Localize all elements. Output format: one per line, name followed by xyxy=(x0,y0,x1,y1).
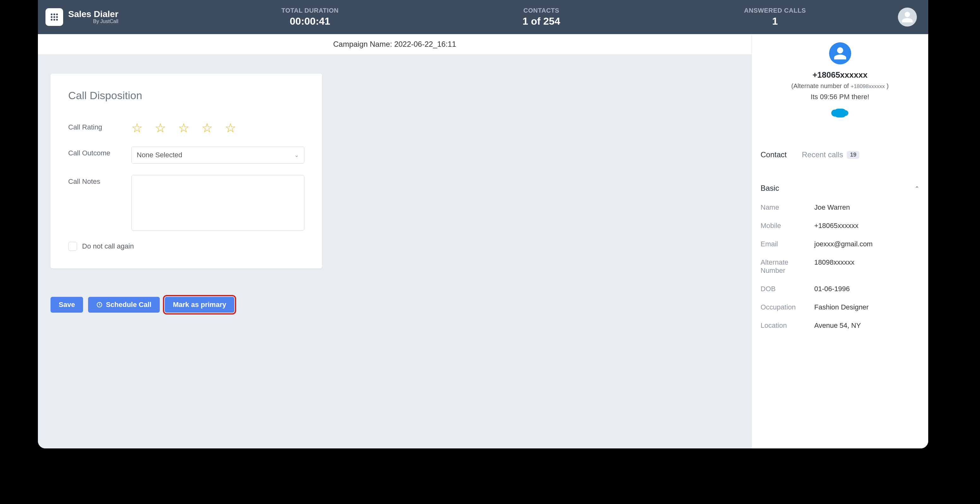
rating-stars: ☆ ☆ ☆ ☆ ☆ xyxy=(131,121,236,135)
dob-value: 01-06-1996 xyxy=(814,285,920,293)
contact-phone: +18065xxxxxx xyxy=(760,70,920,80)
loc-value: Avenue 54, NY xyxy=(814,321,920,330)
dnc-row: Do not call again xyxy=(68,242,304,251)
brand-subtitle: By JustCall xyxy=(68,19,118,24)
main-panel: Campaign Name: 2022-06-22_16:11 Call Dis… xyxy=(38,34,751,448)
svg-point-7 xyxy=(53,19,55,21)
chevron-up-icon: ⌄ xyxy=(915,185,920,192)
info-location: Location Avenue 54, NY xyxy=(760,316,920,335)
card-title: Call Disposition xyxy=(68,89,304,102)
alt-prefix: (Alternate number of xyxy=(791,83,851,89)
contact-local-time: Its 09:56 PM there! xyxy=(760,93,920,101)
salesforce-icon[interactable] xyxy=(760,109,920,119)
info-dob: DOB 01-06-1996 xyxy=(760,280,920,298)
topbar-stats: TOTAL DURATION 00:00:41 CONTACTS 1 of 25… xyxy=(189,7,898,27)
email-label: Email xyxy=(760,240,814,248)
call-disposition-card: Call Disposition Call Rating ☆ ☆ ☆ ☆ ☆ C… xyxy=(51,73,322,269)
rating-label: Call Rating xyxy=(68,121,131,131)
contact-alternate: (Alternate number of +18098xxxxxx ) xyxy=(760,83,920,90)
email-value: joexxx@gmail.com xyxy=(814,240,920,248)
dnc-label: Do not call again xyxy=(82,242,134,250)
campaign-name: 2022-06-22_16:11 xyxy=(395,40,456,48)
schedule-call-button[interactable]: Schedule Call xyxy=(88,297,159,313)
action-buttons: Save Schedule Call Mark as primary xyxy=(51,297,739,313)
dob-label: DOB xyxy=(760,285,814,293)
brand: Sales Dialer By JustCall xyxy=(38,8,189,26)
stat-contacts-label: CONTACTS xyxy=(523,7,560,14)
svg-point-8 xyxy=(56,19,58,21)
svg-point-6 xyxy=(51,19,53,21)
alt-suffix: ) xyxy=(885,83,888,89)
info-mobile: Mobile +18065xxxxxx xyxy=(760,217,920,235)
rating-row: Call Rating ☆ ☆ ☆ ☆ ☆ xyxy=(68,121,304,135)
brand-logo-icon xyxy=(46,8,63,26)
stat-contacts: CONTACTS 1 of 254 xyxy=(522,7,560,27)
user-avatar-button[interactable] xyxy=(898,8,917,27)
svg-point-5 xyxy=(56,16,58,18)
basic-section-label: Basic xyxy=(760,184,779,192)
basic-section-header[interactable]: Basic ⌄ xyxy=(760,184,920,192)
svg-point-3 xyxy=(51,16,53,18)
mobile-label: Mobile xyxy=(760,222,814,230)
occ-value: Fashion Designer xyxy=(814,303,920,312)
alt-value: 18098xxxxxx xyxy=(814,258,920,275)
info-name: Name Joe Warren xyxy=(760,198,920,217)
svg-point-4 xyxy=(53,16,55,18)
svg-point-0 xyxy=(51,14,53,16)
contact-panel: +18065xxxxxx (Alternate number of +18098… xyxy=(751,34,928,448)
notes-row: Call Notes xyxy=(68,175,304,231)
campaign-label: Campaign Name: xyxy=(333,40,394,48)
brand-title: Sales Dialer xyxy=(68,10,118,19)
stat-answered-label: ANSWERED CALLS xyxy=(744,7,806,14)
mark-as-primary-button[interactable]: Mark as primary xyxy=(165,297,235,313)
tab-recent-calls[interactable]: Recent calls 19 xyxy=(802,150,860,162)
star-5[interactable]: ☆ xyxy=(225,121,236,135)
occ-label: Occupation xyxy=(760,303,814,312)
save-button[interactable]: Save xyxy=(51,297,83,313)
svg-point-1 xyxy=(53,14,55,16)
stat-contacts-value: 1 of 254 xyxy=(522,16,560,27)
stat-duration-label: TOTAL DURATION xyxy=(281,7,339,14)
info-email: Email joexxx@gmail.com xyxy=(760,235,920,253)
star-3[interactable]: ☆ xyxy=(178,121,189,135)
info-alt: Alternate Number 18098xxxxxx xyxy=(760,253,920,280)
chevron-down-icon: ⌄ xyxy=(294,151,299,159)
body: Campaign Name: 2022-06-22_16:11 Call Dis… xyxy=(38,34,928,448)
user-icon xyxy=(901,11,914,23)
star-1[interactable]: ☆ xyxy=(131,121,143,135)
loc-label: Location xyxy=(760,321,814,330)
svg-point-2 xyxy=(56,14,58,16)
name-value: Joe Warren xyxy=(814,204,920,211)
tab-contact[interactable]: Contact xyxy=(760,150,787,162)
app-window: Sales Dialer By JustCall TOTAL DURATION … xyxy=(38,0,928,448)
outcome-selected: None Selected xyxy=(137,151,182,159)
alt-number: +18098xxxxxx xyxy=(851,83,885,89)
tab-recent-label: Recent calls xyxy=(802,150,843,159)
notes-label: Call Notes xyxy=(68,175,131,186)
right-tabs: Contact Recent calls 19 xyxy=(760,150,920,162)
outcome-select[interactable]: None Selected ⌄ xyxy=(131,146,304,164)
outcome-row: Call Outcome None Selected ⌄ xyxy=(68,146,304,164)
info-occupation: Occupation Fashion Designer xyxy=(760,298,920,316)
stat-duration: TOTAL DURATION 00:00:41 xyxy=(281,7,339,27)
alt-label: Alternate Number xyxy=(760,258,814,275)
campaign-bar: Campaign Name: 2022-06-22_16:11 xyxy=(38,34,751,55)
recent-count-badge: 19 xyxy=(847,151,859,159)
stat-answered: ANSWERED CALLS 1 xyxy=(744,7,806,27)
stat-answered-value: 1 xyxy=(772,16,778,27)
star-4[interactable]: ☆ xyxy=(201,121,213,135)
name-label: Name xyxy=(760,204,814,211)
topbar: Sales Dialer By JustCall TOTAL DURATION … xyxy=(38,0,928,34)
mobile-value: +18065xxxxxx xyxy=(814,222,920,230)
star-2[interactable]: ☆ xyxy=(155,121,166,135)
dnc-checkbox[interactable] xyxy=(68,242,77,251)
contact-avatar-icon xyxy=(829,42,851,64)
schedule-call-label: Schedule Call xyxy=(106,300,151,309)
call-notes-input[interactable] xyxy=(131,175,304,231)
clock-icon xyxy=(96,302,103,308)
outcome-label: Call Outcome xyxy=(68,146,131,157)
stat-duration-value: 00:00:41 xyxy=(290,16,330,27)
